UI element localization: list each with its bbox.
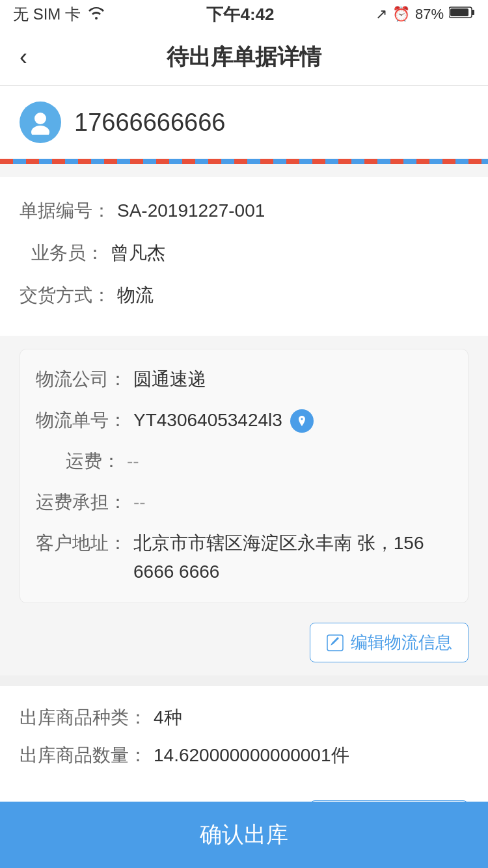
order-info-section: 单据编号： SA-20191227-001 业务员： 曾凡杰 交货方式： 物流	[0, 177, 488, 336]
logistics-card: 物流公司： 圆通速递 物流单号： YT43064053424l3 运费： -- …	[20, 349, 468, 603]
person-icon	[28, 110, 53, 135]
status-left: 无 SIM 卡	[13, 4, 105, 25]
battery-icon	[449, 6, 475, 23]
address-row: 客户地址： 北京市市辖区海淀区永丰南 张，156 6666 6666	[36, 529, 452, 588]
battery-label: 87%	[415, 6, 444, 23]
location-status-icon: ↗	[375, 6, 387, 23]
address-label: 客户地址：	[36, 529, 133, 558]
salesperson-row: 业务员： 曾凡杰	[20, 239, 468, 268]
goods-quantity-value: 14.620000000000001件	[154, 743, 468, 768]
svg-point-3	[34, 113, 46, 124]
goods-type-row: 出库商品种类： 4种	[20, 705, 468, 730]
order-no-value: SA-20191227-001	[117, 197, 468, 226]
delivery-method-row: 交货方式： 物流	[20, 281, 468, 310]
avatar	[20, 102, 61, 143]
dashed-divider	[0, 159, 488, 164]
map-pin-icon	[295, 414, 308, 427]
freight-bearer-label: 运费承担：	[36, 488, 133, 517]
track-location-icon[interactable]	[290, 409, 314, 433]
freight-bearer-row: 运费承担： --	[36, 488, 452, 517]
order-no-label: 单据编号：	[20, 197, 117, 226]
nav-bar: ‹ 待出库单据详情	[0, 29, 488, 86]
customer-header: 17666666666	[0, 86, 488, 159]
svg-rect-2	[450, 8, 468, 16]
section-separator	[0, 675, 488, 686]
back-button[interactable]: ‹	[20, 44, 27, 71]
status-bar: 无 SIM 卡 下午4:42 ↗ ⏰ 87%	[0, 0, 488, 29]
tracking-no-value: YT43064053424l3	[133, 406, 452, 435]
goods-section: 出库商品种类： 4种 出库商品数量： 14.620000000000001件	[0, 686, 488, 794]
freight-label: 运费：	[36, 447, 127, 476]
freight-bearer-value: --	[133, 488, 452, 517]
page-title: 待出库单据详情	[167, 42, 321, 72]
logistics-company-row: 物流公司： 圆通速递	[36, 365, 452, 394]
customer-phone: 17666666666	[74, 109, 225, 137]
logistics-company-value: 圆通速递	[133, 365, 452, 394]
logistics-company-label: 物流公司：	[36, 365, 133, 394]
status-right: ↗ ⏰ 87%	[375, 6, 475, 23]
order-no-row: 单据编号： SA-20191227-001	[20, 197, 468, 226]
salesperson-value: 曾凡杰	[111, 239, 468, 268]
edit-logistics-button[interactable]: 编辑物流信息	[310, 623, 468, 662]
sim-label: 无 SIM 卡	[13, 4, 81, 25]
svg-rect-1	[472, 10, 474, 15]
status-time: 下午4:42	[206, 3, 274, 26]
tracking-no-row: 物流单号： YT43064053424l3	[36, 406, 452, 435]
confirm-button-label: 确认出库	[200, 822, 288, 847]
confirm-button-container[interactable]: 确认出库	[0, 802, 488, 868]
edit-icon	[326, 634, 344, 652]
wifi-icon	[87, 5, 105, 23]
goods-type-value: 4种	[154, 705, 468, 730]
goods-quantity-row: 出库商品数量： 14.620000000000001件	[20, 743, 468, 768]
svg-point-4	[31, 126, 49, 135]
edit-logistics-container: 编辑物流信息	[0, 616, 488, 675]
salesperson-label: 业务员：	[20, 239, 111, 268]
delivery-method-label: 交货方式：	[20, 281, 117, 310]
tracking-no-label: 物流单号：	[36, 406, 133, 435]
alarm-icon: ⏰	[392, 6, 410, 23]
svg-rect-5	[327, 635, 343, 651]
address-value: 北京市市辖区海淀区永丰南 张，156 6666 6666	[133, 529, 452, 588]
delivery-method-value: 物流	[117, 281, 468, 310]
edit-logistics-label: 编辑物流信息	[351, 631, 452, 654]
goods-type-label: 出库商品种类：	[20, 705, 154, 730]
goods-quantity-label: 出库商品数量：	[20, 743, 154, 768]
freight-row: 运费： --	[36, 447, 452, 476]
freight-value: --	[127, 447, 452, 476]
